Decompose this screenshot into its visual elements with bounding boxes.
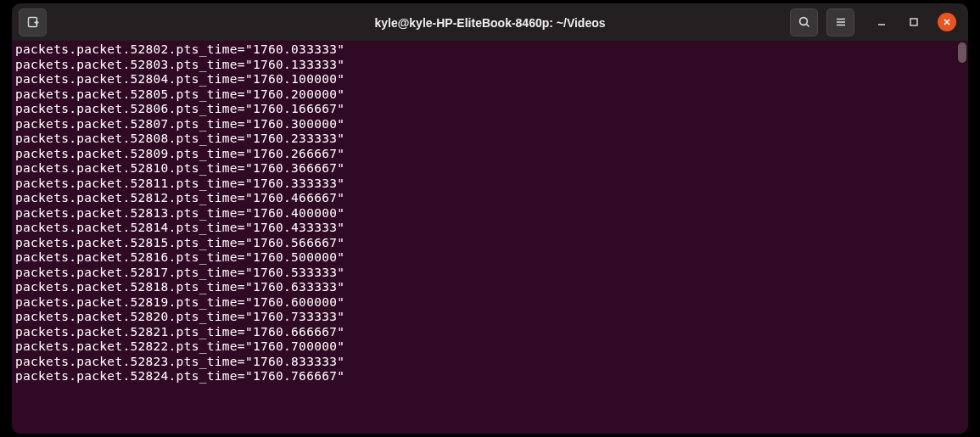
new-tab-button[interactable]: [19, 8, 47, 36]
terminal-line: packets.packet.52815.pts_time="1760.5666…: [15, 236, 965, 251]
maximize-icon: [909, 17, 919, 27]
scrollbar-thumb[interactable]: [958, 42, 966, 63]
terminal-line: packets.packet.52813.pts_time="1760.4000…: [15, 206, 965, 221]
terminal-line: packets.packet.52803.pts_time="1760.1333…: [15, 58, 965, 73]
maximize-button[interactable]: [905, 14, 922, 31]
terminal-line: packets.packet.52817.pts_time="1760.5333…: [15, 266, 965, 281]
close-button[interactable]: [938, 13, 956, 31]
window-controls: [873, 13, 956, 31]
menu-button[interactable]: [826, 8, 854, 36]
window-title: kyle@kyle-HP-EliteBook-8460p: ~/Videos: [374, 16, 605, 30]
terminal-line: packets.packet.52824.pts_time="1760.7666…: [15, 369, 965, 384]
terminal-line: packets.packet.52808.pts_time="1760.2333…: [15, 132, 965, 147]
terminal-line: packets.packet.52812.pts_time="1760.4666…: [15, 191, 965, 206]
terminal-line: packets.packet.52811.pts_time="1760.3333…: [15, 176, 965, 192]
svg-point-3: [799, 18, 807, 25]
svg-rect-9: [910, 19, 917, 25]
terminal-body[interactable]: packets.packet.52802.pts_time="1760.0333…: [12, 41, 968, 434]
terminal-output: packets.packet.52802.pts_time="1760.0333…: [15, 42, 965, 384]
svg-line-4: [806, 24, 809, 26]
terminal-line: packets.packet.52804.pts_time="1760.1000…: [15, 72, 965, 87]
terminal-window: kyle@kyle-HP-EliteBook-8460p: ~/Videos: [12, 3, 968, 434]
titlebar-right: [790, 8, 961, 36]
terminal-line: packets.packet.52816.pts_time="1760.5000…: [15, 250, 965, 266]
terminal-line: packets.packet.52805.pts_time="1760.2000…: [15, 87, 965, 103]
terminal-line: packets.packet.52802.pts_time="1760.0333…: [15, 42, 965, 58]
new-tab-icon: [26, 15, 40, 29]
terminal-line: packets.packet.52814.pts_time="1760.4333…: [15, 221, 965, 236]
terminal-line: packets.packet.52820.pts_time="1760.7333…: [15, 310, 965, 325]
terminal-line: packets.packet.52810.pts_time="1760.3666…: [15, 161, 965, 176]
minimize-button[interactable]: [873, 14, 890, 31]
titlebar[interactable]: kyle@kyle-HP-EliteBook-8460p: ~/Videos: [12, 3, 968, 41]
terminal-line: packets.packet.52821.pts_time="1760.6666…: [15, 325, 965, 340]
close-icon: [943, 18, 951, 26]
terminal-line: packets.packet.52823.pts_time="1760.8333…: [15, 355, 965, 370]
terminal-line: packets.packet.52806.pts_time="1760.1666…: [15, 102, 965, 117]
search-icon: [798, 15, 811, 29]
terminal-line: packets.packet.52822.pts_time="1760.7000…: [15, 339, 965, 355]
terminal-line: packets.packet.52809.pts_time="1760.2666…: [15, 147, 965, 162]
minimize-icon: [876, 17, 887, 27]
terminal-line: packets.packet.52819.pts_time="1760.6000…: [15, 295, 965, 311]
hamburger-icon: [834, 15, 848, 29]
terminal-line: packets.packet.52807.pts_time="1760.3000…: [15, 117, 965, 132]
titlebar-left: [19, 8, 52, 36]
terminal-line: packets.packet.52818.pts_time="1760.6333…: [15, 280, 965, 295]
search-button[interactable]: [790, 8, 818, 36]
